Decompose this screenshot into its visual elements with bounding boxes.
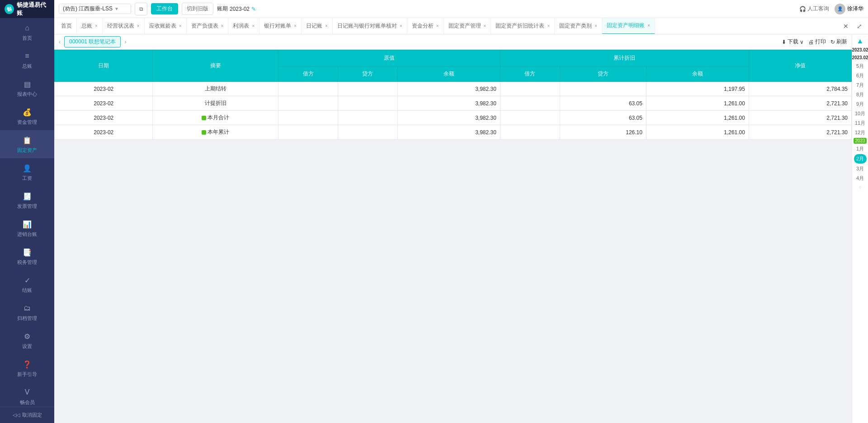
sidebar-unpin-button[interactable]: ◁◁ 取消固定 (0, 407, 54, 423)
main-area: (劝告) 江西服垂-LSS ▼ ⧉ 工作台 切到旧版 账期 2023-02 ✎ … (54, 0, 868, 423)
sidebar-item-新手引导[interactable]: ❓ 新手引导 (0, 354, 54, 382)
sidebar-item-报表中心[interactable]: ▤ 报表中心 (0, 74, 54, 102)
timeline-item-11[interactable]: 1月 (852, 144, 868, 154)
cell-leiji-credit: 63.05 (560, 111, 646, 125)
print-button[interactable]: 🖨 打印 (808, 38, 826, 46)
timeline-item-5[interactable]: 8月 (852, 90, 868, 99)
sidebar-item-结账[interactable]: ✓ 结账 (0, 270, 54, 298)
nav-icon: 🧾 (22, 191, 33, 202)
sidebar-item-资金管理[interactable]: 💰 资金管理 (0, 102, 54, 130)
timeline-bottom-icon[interactable]: ○ (852, 183, 868, 191)
sidebar-item-畅会员[interactable]: V 畅会员 (0, 382, 54, 407)
nav-icon: ≡ (22, 51, 33, 61)
cell-net-value: 2,784.35 (749, 82, 851, 96)
timeline-item-7[interactable]: 10月 (852, 109, 868, 118)
copy-button[interactable]: ⧉ (135, 3, 147, 15)
timeline-item-2[interactable]: 5月 (852, 61, 868, 71)
close-tab-icon[interactable]: × (484, 24, 486, 28)
tab-固定资产管理[interactable]: 固定资产管理× (444, 18, 491, 34)
user-menu[interactable]: 👤 徐泽华 (835, 4, 863, 14)
company-selector[interactable]: (劝告) 江西服垂-LSS ▼ (59, 4, 131, 14)
sidebar-item-设置[interactable]: ⚙ 设置 (0, 326, 54, 354)
nav-label: 发票管理 (17, 203, 37, 210)
nav-icon: 📑 (22, 247, 33, 258)
close-tab-icon[interactable]: × (325, 24, 328, 28)
breadcrumb-prev[interactable]: ‹ (59, 39, 61, 45)
timeline-item-0[interactable]: 2023.02 (852, 46, 868, 54)
timeline-item-9[interactable]: 12月 (852, 128, 868, 137)
tab-日记账与银行对账单核对[interactable]: 日记账与银行对账单核对× (333, 18, 407, 34)
timeline-item-14[interactable]: 4月 (852, 174, 868, 183)
cell-yuanzhi-credit (338, 96, 398, 111)
tab-label: 固定资产管理 (448, 22, 481, 30)
tab-日记账[interactable]: 日记账× (302, 18, 333, 34)
sidebar-item-发票管理[interactable]: 🧾 发票管理 (0, 186, 54, 214)
timeline-item-6[interactable]: 9月 (852, 99, 868, 109)
cell-date: 2023-02 (55, 111, 153, 125)
col-date: 日期 (55, 50, 153, 82)
workbench-button[interactable]: 工作台 (151, 3, 178, 14)
tab-首页[interactable]: 首页 (57, 18, 77, 34)
tab-应收账龄表[interactable]: 应收账龄表× (145, 18, 187, 34)
close-tab-icon[interactable]: × (252, 24, 255, 28)
tab-bar-actions: ✕ ⤢ (840, 20, 866, 33)
period-info: 账期 2023-02 ✎ (217, 5, 256, 13)
close-tab-icon[interactable]: × (400, 24, 402, 28)
close-all-tabs-button[interactable]: ✕ (840, 20, 852, 33)
sidebar-item-首页[interactable]: ⌂ 首页 (0, 18, 54, 46)
tab-利润表[interactable]: 利润表× (228, 18, 259, 34)
tab-固定资产折旧统计表[interactable]: 固定资产折旧统计表× (491, 18, 555, 34)
nav-label: 工资 (22, 175, 32, 182)
timeline-item-10[interactable]: 2023 (854, 138, 866, 144)
tab-固定资产明细账[interactable]: 固定资产明细账× (602, 18, 655, 34)
close-tab-icon[interactable]: × (221, 24, 224, 28)
close-tab-icon[interactable]: × (594, 24, 597, 28)
page-main: ‹ 000001 联想笔记本 › ⬇ 下载 ∨ 🖨 打印 ↻ 刷新 (54, 34, 852, 423)
timeline-item-3[interactable]: 6月 (852, 71, 868, 80)
tab-银行对账单[interactable]: 银行对账单× (259, 18, 302, 34)
download-label: 下载 (788, 38, 798, 46)
period-label: 账期 (217, 5, 228, 13)
close-tab-icon[interactable]: × (436, 24, 439, 28)
refresh-button[interactable]: ↻ 刷新 (830, 38, 847, 46)
cell-yuanzhi-debit (278, 125, 338, 140)
tab-总账[interactable]: 总账× (77, 18, 103, 34)
timeline-item-4[interactable]: 7月 (852, 80, 868, 90)
close-tab-icon[interactable]: × (179, 24, 182, 28)
sidebar-item-总账[interactable]: ≡ 总账 (0, 46, 54, 74)
switch-version-button[interactable]: 切到旧版 (182, 3, 213, 15)
refresh-icon: ↻ (830, 39, 835, 45)
sidebar-nav: ⌂ 首页 ≡ 总账 ▤ 报表中心 💰 资金管理 📋 固定资产 👤 工资 🧾 发票… (0, 18, 54, 407)
sidebar-item-归档管理[interactable]: 🗂 归档管理 (0, 298, 54, 326)
expand-tabs-button[interactable]: ⤢ (853, 20, 866, 33)
sidebar-item-税务管理[interactable]: 📑 税务管理 (0, 242, 54, 270)
close-tab-icon[interactable]: × (95, 24, 98, 28)
download-button[interactable]: ⬇ 下载 ∨ (782, 38, 804, 46)
timeline-item-1[interactable]: 2023.02 (852, 54, 868, 61)
sidebar-item-进销台账[interactable]: 📊 进销台账 (0, 214, 54, 242)
breadcrumb-next[interactable]: › (124, 39, 126, 45)
tab-资产负债表[interactable]: 资产负债表× (187, 18, 229, 34)
close-tab-icon[interactable]: × (647, 23, 650, 28)
timeline-item-8[interactable]: 11月 (852, 118, 868, 128)
timeline-item-12[interactable]: 2月 (854, 154, 867, 164)
nav-icon: 🗂 (22, 303, 33, 314)
close-tab-icon[interactable]: × (547, 24, 550, 28)
timeline-item-13[interactable]: 3月 (852, 164, 868, 174)
sidebar-item-工资[interactable]: 👤 工资 (0, 158, 54, 186)
sidebar-item-固定资产[interactable]: 📋 固定资产 (0, 130, 54, 158)
nav-icon: ⚙ (22, 331, 33, 342)
tab-经营状况表[interactable]: 经营状况表× (103, 18, 145, 34)
nav-label: 固定资产 (17, 147, 37, 154)
breadcrumb-item[interactable]: 000001 联想笔记本 (64, 36, 121, 47)
timeline-up-button[interactable]: ▲ (856, 36, 865, 46)
tab-资金分析[interactable]: 资金分析× (407, 18, 444, 34)
tab-固定资产类别[interactable]: 固定资产类别× (555, 18, 602, 34)
close-tab-icon[interactable]: × (137, 24, 140, 28)
period-edit-icon[interactable]: ✎ (251, 6, 256, 12)
help-button[interactable]: 🎧 人工客询 (799, 5, 829, 13)
tab-label: 固定资产类别 (559, 22, 592, 30)
col-leijijiezhu: 累计折旧 (500, 50, 749, 66)
close-tab-icon[interactable]: × (294, 24, 297, 28)
tab-label: 资金分析 (412, 22, 434, 30)
